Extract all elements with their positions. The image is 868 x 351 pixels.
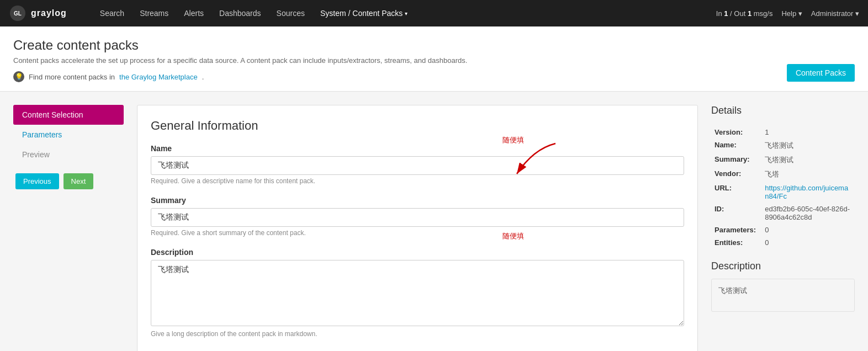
marketplace-notice: 💡 Find more content packs in the Graylog… <box>13 71 855 82</box>
table-row: Version: 1 <box>712 126 854 138</box>
table-row: Summary: 飞塔测试 <box>712 153 854 167</box>
description-section-title: Description <box>711 260 855 272</box>
summary-key: Summary: <box>712 153 761 167</box>
params-key: Parameters: <box>712 224 761 236</box>
annotation-label-1: 随便填 <box>502 135 524 145</box>
nav-alerts[interactable]: Alerts <box>177 0 210 26</box>
sidebar-item-parameters[interactable]: Parameters <box>13 125 124 145</box>
page-subtitle: Content packs accelerate the set up proc… <box>13 56 855 65</box>
url-val: https://github.com/juiceman84/Fc <box>763 182 854 202</box>
table-row: URL: https://github.com/juiceman84/Fc <box>712 182 854 202</box>
name-field-group: Name Required. Give a descriptive name f… <box>151 144 684 185</box>
table-row: ID: ed3fb2b6-605c-40ef-826d-8906a4c62c8d <box>712 203 854 223</box>
throughput: In 1 / Out 1 msg/s <box>716 9 773 18</box>
main-content: Content Selection Parameters Preview Pre… <box>0 92 868 351</box>
nav-dashboards[interactable]: Dashboards <box>213 0 268 26</box>
svg-text:GL: GL <box>14 10 22 17</box>
details-panel: Details Version: 1 Name: 飞塔测试 Summary: 飞… <box>711 105 855 351</box>
previous-button[interactable]: Previous <box>15 173 59 189</box>
chevron-down-icon: ▾ <box>405 10 407 17</box>
name-label: Name <box>151 144 684 153</box>
page-header: Create content packs Content packs accel… <box>0 26 868 92</box>
table-row: Name: 飞塔测试 <box>712 139 854 152</box>
nav-search[interactable]: Search <box>93 0 131 26</box>
id-val: ed3fb2b6-605c-40ef-826d-8906a4c62c8d <box>763 203 854 223</box>
url-link[interactable]: https://github.com/juiceman84/Fc <box>765 184 848 200</box>
content-packs-button[interactable]: Content Packs <box>787 64 855 82</box>
id-key: ID: <box>712 203 761 223</box>
chevron-down-icon: ▾ <box>855 9 859 18</box>
vendor-val: 飞塔 <box>763 168 854 181</box>
details-title: Details <box>711 105 855 116</box>
params-val: 0 <box>763 224 854 236</box>
table-row: Vendor: 飞塔 <box>712 168 854 181</box>
summary-field-group: Summary Required. Give a short summary o… <box>151 196 684 237</box>
form-title: General Information <box>151 119 684 133</box>
bulb-icon: 💡 <box>13 71 24 82</box>
nav-links: Search Streams Alerts Dashboards Sources… <box>93 0 716 26</box>
vendor-key: Vendor: <box>712 168 761 181</box>
table-row: Parameters: 0 <box>712 224 854 236</box>
sidebar: Content Selection Parameters Preview Pre… <box>13 105 124 351</box>
brand[interactable]: GL graylog <box>9 4 80 22</box>
navbar: GL graylog Search Streams Alerts Dashboa… <box>0 0 868 26</box>
admin-link[interactable]: Administrator ▾ <box>811 9 859 18</box>
url-key: URL: <box>712 182 761 202</box>
description-input[interactable]: 飞塔测试 <box>151 260 684 326</box>
throughput-out: 1 <box>748 9 751 18</box>
chevron-down-icon: ▾ <box>798 9 802 18</box>
description-field-group: Description 飞塔测试 Give a long description… <box>151 248 684 338</box>
nav-sources[interactable]: Sources <box>270 0 311 26</box>
form-area: General Information Name Required. Give … <box>137 105 698 351</box>
description-label: Description <box>151 248 684 257</box>
details-table: Version: 1 Name: 飞塔测试 Summary: 飞塔测试 Vend… <box>711 125 855 249</box>
version-val: 1 <box>763 126 854 138</box>
sidebar-item-preview[interactable]: Preview <box>13 145 124 164</box>
summary-input[interactable] <box>151 208 684 227</box>
nav-streams[interactable]: Streams <box>133 0 175 26</box>
description-section: Description 飞塔测试 <box>711 260 855 312</box>
sidebar-item-content-selection[interactable]: Content Selection <box>13 105 124 125</box>
sidebar-buttons: Previous Next <box>13 173 124 189</box>
marketplace-link[interactable]: the Graylog Marketplace <box>119 73 198 81</box>
version-key: Version: <box>712 126 761 138</box>
name-help: Required. Give a descriptive name for th… <box>151 177 684 185</box>
entities-val: 0 <box>763 237 854 248</box>
name-key: Name: <box>712 139 761 152</box>
name-val: 飞塔测试 <box>763 139 854 152</box>
brand-name: graylog <box>31 8 67 18</box>
throughput-in: 1 <box>724 9 728 18</box>
table-row: Entities: 0 <box>712 237 854 248</box>
next-button[interactable]: Next <box>63 173 94 189</box>
navbar-right: In 1 / Out 1 msg/s Help ▾ Administrator … <box>716 9 859 18</box>
description-help: Give a long description of the content p… <box>151 330 684 338</box>
annotation-label-2: 随便填 <box>502 231 524 241</box>
nav-system[interactable]: System / Content Packs ▾ <box>314 0 414 26</box>
marketplace-text: Find more content packs in <box>29 73 115 81</box>
page-title: Create content packs <box>13 38 855 53</box>
name-input[interactable] <box>151 156 684 175</box>
summary-help: Required. Give a short summary of the co… <box>151 229 684 237</box>
entities-key: Entities: <box>712 237 761 248</box>
summary-label: Summary <box>151 196 684 205</box>
summary-val: 飞塔测试 <box>763 153 854 167</box>
help-link[interactable]: Help ▾ <box>781 9 802 18</box>
description-box: 飞塔测试 <box>711 279 855 312</box>
graylog-logo-icon: GL <box>9 4 27 22</box>
